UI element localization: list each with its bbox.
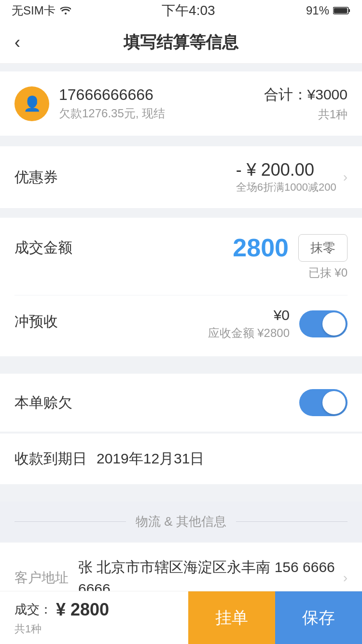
save-button[interactable]: 保存 (275, 591, 362, 644)
footer-count: 共1种 (14, 622, 174, 636)
due-row: 收款到期日 2019年12月31日 (14, 449, 348, 469)
user-section: 👤 17666666666 欠款1276.35元, 现结 合计：¥3000 共1… (0, 71, 362, 136)
coupon-description: 全场6折满1000减200 (236, 180, 336, 195)
footer-amount-row: 成交： ¥ 2800 (14, 600, 174, 620)
footer-info: 成交： ¥ 2800 共1种 (0, 591, 188, 644)
status-left: 无SIM卡 (12, 3, 71, 18)
total-count: 共1种 (264, 107, 348, 122)
total-amount: 合计：¥3000 (264, 85, 348, 105)
prepay-label: 冲预收 (14, 307, 58, 332)
prepay-toggle[interactable] (299, 310, 348, 337)
address-label: 客户地址 (14, 569, 69, 587)
status-bar: 无SIM卡 下午4:03 91% (0, 0, 362, 21)
coupon-section[interactable]: 优惠券 - ¥ 200.00 全场6折满1000减200 › (0, 146, 362, 208)
prepay-amount: ¥0 (208, 307, 290, 323)
chevron-right-icon: › (343, 169, 348, 185)
debt-section: 本单赊欠 (0, 374, 362, 432)
footer-label: 成交： (14, 601, 52, 618)
due-date-section: 收款到期日 2019年12月31日 (0, 434, 362, 484)
due-label: 收款到期日 (14, 449, 87, 469)
avatar: 👤 (14, 86, 49, 121)
battery-icon (333, 6, 350, 15)
logistics-divider: 物流 & 其他信息 (0, 502, 362, 542)
status-right: 91% (306, 4, 350, 17)
svg-rect-2 (334, 8, 348, 14)
logistics-label: 物流 & 其他信息 (136, 513, 226, 530)
wifi-icon (60, 7, 71, 14)
prepay-values: ¥0 应收金额 ¥2800 (208, 307, 290, 341)
svg-rect-1 (348, 9, 350, 12)
user-right: 合计：¥3000 共1种 (264, 85, 348, 122)
status-time: 下午4:03 (162, 1, 215, 20)
due-date: 2019年12月31日 (97, 449, 204, 469)
divider-line-right (236, 521, 348, 522)
debt-toggle[interactable] (299, 389, 348, 416)
divider-1 (0, 136, 362, 145)
page-title: 填写结算等信息 (124, 31, 238, 54)
rounded-info: 已抹 ¥0 (14, 265, 348, 280)
divider-4 (0, 432, 362, 433)
user-left: 👤 17666666666 欠款1276.35元, 现结 (14, 86, 165, 121)
amount-right: 2800 抹零 (233, 233, 348, 262)
user-debt: 欠款1276.35元, 现结 (59, 106, 165, 121)
prepay-right: ¥0 应收金额 ¥2800 (208, 307, 348, 341)
battery-text: 91% (306, 4, 329, 17)
coupon-discount: - ¥ 200.00 (236, 160, 336, 180)
prepay-row: 冲预收 ¥0 应收金额 ¥2800 (14, 295, 348, 341)
back-button[interactable]: ‹ (14, 32, 20, 53)
divider-3 (0, 356, 362, 366)
no-sim-text: 无SIM卡 (12, 3, 56, 18)
divider-line-left (14, 521, 126, 522)
amount-section: 成交金额 2800 抹零 已抹 ¥0 冲预收 ¥0 应收金额 ¥2800 (0, 218, 362, 356)
coupon-label: 优惠券 (14, 168, 58, 187)
divider-2 (0, 208, 362, 218)
address-chevron-icon: › (343, 570, 348, 586)
nav-bar: ‹ 填写结算等信息 (0, 21, 362, 64)
prepay-sub: 应收金额 ¥2800 (208, 325, 290, 341)
pending-button[interactable]: 挂单 (188, 591, 275, 644)
divider-5 (0, 484, 362, 494)
coupon-right: - ¥ 200.00 全场6折满1000减200 › (236, 160, 348, 195)
debt-label: 本单赊欠 (14, 393, 72, 413)
toggle-circle (322, 312, 346, 336)
user-info: 17666666666 欠款1276.35元, 现结 (59, 86, 165, 121)
debt-toggle-circle (322, 391, 346, 414)
footer-value: ¥ 2800 (56, 600, 109, 620)
amount-value: 2800 (233, 233, 289, 262)
amount-row: 成交金额 2800 抹零 (14, 233, 348, 262)
footer: 成交： ¥ 2800 共1种 挂单 保存 (0, 591, 362, 644)
amount-label: 成交金额 (14, 238, 72, 258)
round-button[interactable]: 抹零 (298, 234, 348, 262)
user-phone: 17666666666 (59, 86, 165, 104)
